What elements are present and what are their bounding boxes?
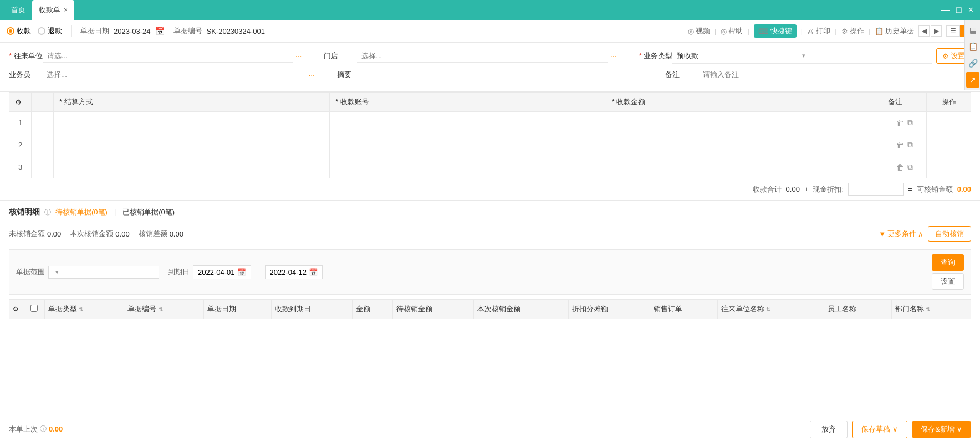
maximize-icon[interactable]: □ xyxy=(954,4,964,16)
auto-writeoff-button[interactable]: 自动核销 xyxy=(928,226,971,242)
row-1-settle[interactable] xyxy=(32,112,54,134)
filter-date-from[interactable]: 2022-04-01 📅 xyxy=(193,265,251,279)
doc-date-calendar-icon[interactable]: 📅 xyxy=(155,27,165,35)
business-type-field: 业务类型 预收款 ▾ xyxy=(639,49,932,64)
sort-dept-icon[interactable]: ⇅ xyxy=(926,306,930,312)
action-shortcuts[interactable]: ⌨ 快捷键 xyxy=(754,24,797,38)
remarks-input[interactable] xyxy=(698,68,971,81)
sort-counterparty-icon[interactable]: ⇅ xyxy=(766,306,770,312)
row-3-remarks[interactable] xyxy=(606,156,882,178)
action-help[interactable]: ◎ 帮助 xyxy=(721,26,743,36)
row-3-amount[interactable] xyxy=(330,156,606,178)
date-range-dash: — xyxy=(254,268,262,276)
nav-next-icon[interactable]: ▶ xyxy=(931,25,942,37)
row-1-delete-icon[interactable]: 🗑 xyxy=(896,119,904,127)
discount-input[interactable] xyxy=(848,183,904,196)
staff-label: 业务员 xyxy=(9,70,42,80)
store-more-icon[interactable]: ··· xyxy=(610,52,617,60)
row-1-ops: 🗑 ⧉ xyxy=(882,112,927,134)
bth-current-amount-label: 本次核销金额 xyxy=(477,305,520,313)
footer-info-icon[interactable]: ⓘ xyxy=(40,424,47,434)
query-button[interactable]: 查询 xyxy=(932,254,964,271)
radio-shoukuan[interactable]: 收款 xyxy=(7,26,31,36)
close-tab-icon[interactable]: × xyxy=(64,6,68,14)
top-nav: 首页 收款单 × — □ × xyxy=(0,0,980,20)
save-draft-chevron-icon[interactable]: ∨ xyxy=(892,425,898,433)
th-account-num: * 收款账号 xyxy=(330,93,606,112)
row-3-copy-icon[interactable]: ⧉ xyxy=(907,162,913,172)
filter-range-field: 单据范围 ▾ xyxy=(16,266,159,279)
filter-range-chevron-icon: ▾ xyxy=(55,269,59,276)
store-input[interactable] xyxy=(357,49,608,63)
select-all-checkbox[interactable] xyxy=(30,305,38,312)
th-gear[interactable]: ⚙ xyxy=(9,93,32,112)
action-help-label: 帮助 xyxy=(728,26,743,36)
action-print[interactable]: 🖨 打印 xyxy=(807,26,830,36)
th-ops: 操作 xyxy=(927,93,971,112)
summary-input[interactable] xyxy=(370,68,643,81)
row-2-remarks[interactable] xyxy=(606,134,882,156)
settings-label: 设置 xyxy=(951,51,965,61)
save-new-chevron-icon[interactable]: ∨ xyxy=(957,425,962,433)
nav-prev-icon[interactable]: ◀ xyxy=(918,25,930,37)
row-3-delete-icon[interactable]: 🗑 xyxy=(896,163,904,172)
bth-checkbox[interactable] xyxy=(27,300,45,319)
toolbar-divider-1 xyxy=(71,25,72,37)
th-amount: * 收款金额 xyxy=(606,93,882,112)
row-2-settle[interactable] xyxy=(32,134,54,156)
staff-more-icon[interactable]: ··· xyxy=(308,70,315,79)
bth-doc-type: 单据类型 ⇅ xyxy=(45,300,124,319)
filter-range-select[interactable]: ▾ xyxy=(48,266,159,279)
save-draft-button[interactable]: 保存草稿 ∨ xyxy=(852,421,907,438)
view-list-btn[interactable]: ☰ xyxy=(946,25,960,37)
section-info-icon[interactable]: ⓘ xyxy=(44,208,51,217)
sidebar-btn-2[interactable]: 📋 xyxy=(966,39,979,54)
row-2-account[interactable] xyxy=(54,134,330,156)
video-icon: ◎ xyxy=(688,27,694,35)
action-history[interactable]: 📋 历史单据 xyxy=(875,26,914,36)
minimize-icon[interactable]: — xyxy=(938,4,952,16)
row-2-copy-icon[interactable]: ⧉ xyxy=(907,140,913,150)
row-1-remarks[interactable] xyxy=(606,112,882,134)
radio-tuikuan[interactable]: 退款 xyxy=(38,26,62,36)
tab-completed[interactable]: 已核销单据(0笔) xyxy=(122,207,175,217)
tab-pending[interactable]: 待核销单据(0笔) xyxy=(55,207,108,217)
bth-current-amount: 本次核销金额 xyxy=(474,300,569,319)
sidebar-btn-4[interactable]: ↗ xyxy=(966,72,979,88)
help-icon: ◎ xyxy=(721,27,727,35)
row-3-account[interactable] xyxy=(54,156,330,178)
bth-gear[interactable]: ⚙ xyxy=(9,300,27,319)
nav-tab-home[interactable]: 首页 xyxy=(4,0,32,20)
abandon-button[interactable]: 放弃 xyxy=(810,421,848,438)
plus-sign: + xyxy=(804,185,809,193)
row-1-amount[interactable] xyxy=(330,112,606,134)
save-new-button[interactable]: 保存&新增 ∨ xyxy=(912,421,971,438)
row-1-account[interactable] xyxy=(54,112,330,134)
more-filter-btn[interactable]: ▼ 更多条件 ∧ xyxy=(879,229,923,239)
sidebar-btn-1[interactable]: ▤ xyxy=(966,22,979,38)
filter-settings-button[interactable]: 设置 xyxy=(932,273,964,290)
save-draft-label: 保存草稿 xyxy=(861,424,890,434)
table-row: 3 🗑 ⧉ xyxy=(9,156,971,178)
counterparty-more-icon[interactable]: ··· xyxy=(295,52,302,60)
filter-date-label: 到期日 xyxy=(168,267,190,277)
business-type-select[interactable]: 预收款 ▾ xyxy=(672,49,932,64)
row-2-delete-icon[interactable]: 🗑 xyxy=(896,141,904,150)
remarks-label: 备注 xyxy=(665,70,698,80)
sidebar-btn-3[interactable]: 🔗 xyxy=(966,55,979,71)
sort-doc-type-icon[interactable]: ⇅ xyxy=(79,306,83,312)
filter-date-to[interactable]: 2022-04-12 📅 xyxy=(265,265,323,279)
store-label: 门店 xyxy=(324,51,357,61)
current-writeoff-value: 0.00 xyxy=(115,230,129,238)
row-3-settle[interactable] xyxy=(32,156,54,178)
row-1-copy-icon[interactable]: ⧉ xyxy=(907,118,913,127)
row-2-amount[interactable] xyxy=(330,134,606,156)
window-close-icon[interactable]: × xyxy=(966,4,976,16)
action-video[interactable]: ◎ 视频 xyxy=(688,26,710,36)
nav-tab-active[interactable]: 收款单 × xyxy=(32,0,74,20)
staff-input[interactable] xyxy=(42,68,306,81)
sort-doc-num-icon[interactable]: ⇅ xyxy=(159,306,163,312)
action-operations[interactable]: ⚙ 操作 xyxy=(841,26,864,36)
counterparty-input[interactable] xyxy=(43,49,293,63)
filter-label: 更多条件 xyxy=(887,229,916,239)
